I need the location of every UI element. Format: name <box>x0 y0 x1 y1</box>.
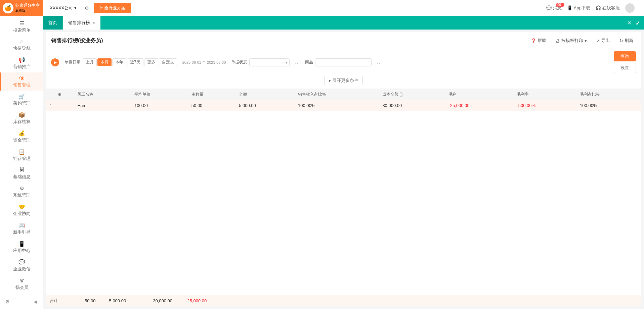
footer-total: 5,000.00 <box>109 298 126 303</box>
sidebar-settings-button[interactable]: ⚙ <box>3 297 12 306</box>
goods-more-dots[interactable]: … <box>374 59 382 65</box>
sidebar-item-basic-info[interactable]: 🗄 基础信息 <box>0 164 43 183</box>
enterprise-icon: 🤝 <box>18 204 25 210</box>
cell-rank: 1 <box>46 100 73 111</box>
cell-cost-total: 30,000.00 <box>378 100 444 111</box>
status-label: 单据状态 <box>231 59 247 65</box>
tab-close-all-button[interactable]: ✕ <box>626 18 633 28</box>
help-button[interactable]: ❓ 帮助 <box>528 36 549 45</box>
refresh-button[interactable]: ↻ 刷新 <box>617 36 636 45</box>
company-selector[interactable]: XXXXX公司 ▾ <box>47 4 79 12</box>
app-download-label: App下载 <box>574 5 590 11</box>
sidebar-item-marketing[interactable]: 📢 营销推广 <box>0 54 43 72</box>
goods-input[interactable] <box>315 58 372 66</box>
sidebar-item-guide[interactable]: 📖 新手引导 <box>0 219 43 238</box>
message-badge: 99+ <box>556 3 564 7</box>
message-button[interactable]: 💬 消息 99+ <box>546 5 562 11</box>
sidebar-item-label: 新手引导 <box>13 229 31 235</box>
date-current-year-button[interactable]: 本年 <box>112 58 126 66</box>
sidebar-item-label: 快捷导航 <box>13 45 31 51</box>
date-7days-button[interactable]: 近7天 <box>127 58 143 66</box>
sidebar-item-system[interactable]: ⚙ 系统管理 <box>0 183 43 201</box>
sidebar-item-weixin[interactable]: 💬 企业微信 <box>0 256 43 275</box>
online-service-label: 在线客服 <box>602 5 620 11</box>
status-more-dots[interactable]: … <box>292 59 300 65</box>
export-icon: ↗ <box>596 38 600 43</box>
sidebar-collapse-button[interactable]: ◀ <box>31 297 40 306</box>
logo: 🍊 畅康通好生意 标准版 <box>0 0 43 16</box>
date-more-button[interactable]: 更多 <box>144 58 158 66</box>
template-print-button[interactable]: 🖨 按模板打印 ▾ <box>553 36 590 45</box>
online-service-icon: 🎧 <box>596 5 601 10</box>
tabbar: 首页 销售排行榜 × ✕ ⤢ <box>43 16 644 30</box>
sidebar-item-label: 应用中心 <box>13 248 31 254</box>
tab-sales-ranking[interactable]: 销售排行榜 × <box>63 16 100 30</box>
sidebar-item-quick-nav[interactable]: ⌂ 快捷导航 <box>0 36 43 54</box>
sidebar-item-label: 畅会员 <box>15 285 29 291</box>
page-header: 销售排行榜(按业务员) ❓ 帮助 🖨 按模板打印 ▾ ↗ 导出 <box>46 32 641 48</box>
sidebar-item-search[interactable]: ☰ 搜索菜单 <box>0 17 43 36</box>
main-area: XXXXX公司 ▾ ⚙ 体验行业方案 💬 消息 99+ 📱 App下载 🎧 在线… <box>43 0 644 309</box>
basic-info-icon: 🗄 <box>19 167 25 173</box>
marketing-icon: 📢 <box>18 57 25 63</box>
goods-filter: 商品 … <box>305 58 382 66</box>
cell-total: 5,000.00 <box>235 100 294 111</box>
sidebar-item-member[interactable]: ♛ 畅会员 <box>0 275 43 293</box>
date-current-month-button[interactable]: 本月 <box>97 58 112 66</box>
filter-toggle: ▶ <box>51 58 59 66</box>
sidebar-item-finance[interactable]: 💰 资金管理 <box>0 127 43 146</box>
col-quantity: 主数量 <box>187 89 235 100</box>
topbar: XXXXX公司 ▾ ⚙ 体验行业方案 💬 消息 99+ 📱 App下载 🎧 在线… <box>43 0 644 16</box>
date-custom-button[interactable]: 自定义 <box>159 58 177 66</box>
logo-icon: 🍊 <box>3 3 13 13</box>
export-button[interactable]: ↗ 导出 <box>594 36 613 45</box>
tab-maximize-button[interactable]: ⤢ <box>634 18 641 28</box>
query-button[interactable]: 查询 <box>614 51 636 61</box>
operations-icon: 📋 <box>18 149 25 155</box>
search-menu-icon: ☰ <box>19 20 24 27</box>
help-icon: ❓ <box>531 38 536 43</box>
sidebar-item-app-center[interactable]: 📱 应用中心 <box>0 238 43 256</box>
col-total: 全额 <box>235 89 294 100</box>
app-download-button[interactable]: 📱 App下载 <box>567 5 590 11</box>
cell-name: Eam <box>73 100 130 111</box>
filter-row-1: ▶ 单据日期 上月 本月 本年 近7天 更多 自定义 <box>51 51 636 73</box>
sidebar-item-purchase[interactable]: 🛒 采购管理 <box>0 91 43 109</box>
tab-home[interactable]: 首页 <box>43 16 63 30</box>
logo-text: 畅康通好生意 标准版 <box>15 3 40 13</box>
sidebar-item-inventory[interactable]: 📦 库存核算 <box>0 109 43 127</box>
expand-more-button[interactable]: ▾ 展开更多条件 <box>324 76 363 85</box>
refresh-icon: ↻ <box>619 38 623 43</box>
date-filter: 单据日期 上月 本月 本年 近7天 更多 自定义 <box>65 58 177 66</box>
sidebar: 🍊 畅康通好生意 标准版 ☰ 搜索菜单 ⌂ 快捷导航 📢 营销推广 🛍 销售管理… <box>0 0 43 309</box>
sidebar-item-label: 搜索菜单 <box>13 27 31 33</box>
topbar-right: 💬 消息 99+ 📱 App下载 🎧 在线客服 <box>546 3 640 13</box>
date-range-text: 2023-06-01 至 2023-06-30 <box>182 60 226 65</box>
sidebar-item-enterprise[interactable]: 🤝 企业协同 <box>0 201 43 219</box>
tab-sales-ranking-label: 销售排行榜 <box>68 20 90 26</box>
content-area: 销售排行榜(按业务员) ❓ 帮助 🖨 按模板打印 ▾ ↗ 导出 <box>43 30 644 309</box>
user-avatar[interactable] <box>625 3 635 13</box>
app-download-icon: 📱 <box>567 5 572 10</box>
sidebar-item-label: 基础信息 <box>13 174 31 180</box>
col-gross-ratio: 毛利占比% <box>576 89 641 100</box>
print-icon: 🖨 <box>556 38 560 43</box>
page-title: 销售排行榜(按业务员) <box>51 37 103 44</box>
trial-button[interactable]: 体验行业方案 <box>94 3 131 13</box>
filter-toggle-icon[interactable]: ▶ <box>51 58 59 66</box>
status-select[interactable] <box>249 58 290 66</box>
page-wrapper: 销售排行榜(按业务员) ❓ 帮助 🖨 按模板打印 ▾ ↗ 导出 <box>46 32 641 306</box>
sidebar-item-operations[interactable]: 📋 经营管理 <box>0 146 43 164</box>
online-service-button[interactable]: 🎧 在线客服 <box>596 5 620 11</box>
expand-icon: ▾ <box>329 78 331 83</box>
sidebar-item-sales[interactable]: 🛍 销售管理 <box>0 72 43 91</box>
sidebar-item-label: 企业微信 <box>13 266 31 272</box>
company-settings-button[interactable]: ⚙ <box>82 3 91 13</box>
settings-button[interactable]: 设置 <box>614 63 636 73</box>
filter-area: ▶ 单据日期 上月 本月 本年 近7天 更多 自定义 <box>46 48 641 89</box>
date-prev-month-button[interactable]: 上月 <box>83 58 97 66</box>
tab-close-icon[interactable]: × <box>93 21 95 25</box>
sidebar-item-label: 采购管理 <box>13 100 31 106</box>
sidebar-nav: ☰ 搜索菜单 ⌂ 快捷导航 📢 营销推广 🛍 销售管理 🛒 采购管理 📦 库存核… <box>0 16 43 294</box>
date-range-display: 2023-06-01 至 2023-06-30 <box>182 59 226 65</box>
